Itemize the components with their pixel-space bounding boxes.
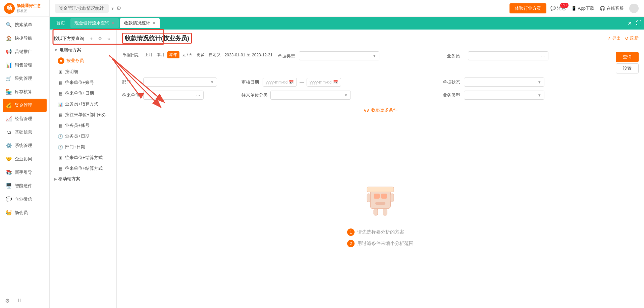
counterparty-cat-label: 往来单位分类 bbox=[241, 92, 268, 98]
tab-home[interactable]: 首页 bbox=[52, 17, 69, 30]
tab-cashflow[interactable]: 现金银行流水查询 ✕ bbox=[70, 18, 119, 28]
doc-type-select[interactable]: ▾ bbox=[299, 51, 379, 60]
system-icon: ⚙️ bbox=[5, 142, 12, 149]
messages-button[interactable]: 💬 消息 99+ bbox=[550, 5, 566, 11]
tree-item-unit-date[interactable]: ▦ 往来单位+日期 bbox=[50, 88, 116, 99]
sidebar-item-search[interactable]: 🔍 搜索菜单 bbox=[0, 18, 49, 32]
sidebar-collapse-btn[interactable]: ⏸ bbox=[15, 296, 24, 305]
dropdown-arrow-icon[interactable]: ▾ bbox=[111, 6, 114, 11]
tree-item-unit-settlement1[interactable]: ⊞ 往来单位+结算方式 bbox=[50, 152, 116, 163]
export-icon: ↗ bbox=[607, 36, 611, 41]
doc-type-chevron-icon: ▾ bbox=[373, 53, 376, 58]
online-service-button[interactable]: 🎧 在线客服 bbox=[600, 5, 624, 11]
sidebar-item-operations[interactable]: 📈 经营管理 bbox=[0, 112, 49, 125]
tab-receipts[interactable]: 收款情况统计 ✕ bbox=[120, 18, 160, 28]
counterparty-cat-select[interactable]: ▾ bbox=[270, 91, 351, 100]
audit-date-field: 审核日期 yyyy-mm-dd 📅 — yyyy-mm-dd 📅 bbox=[241, 78, 437, 87]
counterparty-cat-chevron-icon: ▾ bbox=[345, 93, 347, 98]
biz-type-select[interactable]: ▾ bbox=[464, 91, 544, 100]
logo-area: 畅 畅捷通好生意 标准版 bbox=[0, 0, 49, 17]
biz-type-label: 业务类型 bbox=[443, 92, 461, 98]
audit-date-from[interactable]: yyyy-mm-dd 📅 bbox=[263, 78, 297, 87]
tree-item-unit-dept-collect[interactable]: ▦ 按往来单位+部门+收... bbox=[50, 109, 116, 120]
sidebar-item-tutorial[interactable]: 📚 新手引导 bbox=[0, 166, 49, 179]
audit-date-to[interactable]: yyyy-mm-dd 📅 bbox=[307, 78, 341, 87]
shortcut-this-month[interactable]: 本月 bbox=[155, 51, 166, 58]
sidebar-settings-btn[interactable]: ⚙ bbox=[3, 296, 12, 305]
shortcut-more[interactable]: 更多 bbox=[195, 51, 206, 58]
hardware-icon: 🖥️ bbox=[5, 183, 12, 189]
shortcut-7days[interactable]: 近7天 bbox=[181, 51, 194, 58]
purchase-icon: 🛒 bbox=[5, 75, 12, 82]
collapse-bar[interactable]: ∧∧ 收起更多条件 bbox=[117, 104, 644, 116]
close-window-btn[interactable]: ✕ bbox=[628, 20, 632, 27]
panel-collapse-btn[interactable]: « bbox=[105, 35, 112, 42]
tree-group-desktop[interactable]: ▼ 电脑端方案 bbox=[50, 45, 116, 55]
sidebar-item-system[interactable]: ⚙️ 系统管理 bbox=[0, 139, 49, 152]
tree-item-salesman-account[interactable]: ▦ 业务员+账号 bbox=[50, 120, 116, 131]
export-button[interactable]: ↗ 导出 bbox=[607, 35, 621, 41]
panel-settings-btn[interactable]: ⚙ bbox=[96, 35, 104, 42]
expand-arrow-mobile-icon: ▶ bbox=[54, 176, 57, 182]
step-2-number: 2 bbox=[347, 240, 355, 247]
main-content: 资金管理/收款情况统计 ▾ ⚙ 体验行业方案 💬 消息 99+ 📱 App下载 … bbox=[50, 0, 644, 308]
tree-item-unit-account[interactable]: ▦ 往来单位+账号 bbox=[50, 77, 116, 88]
settings-button[interactable]: 设置 bbox=[616, 63, 639, 73]
sidebar-item-hardware[interactable]: 🖥️ 智能硬件 bbox=[0, 179, 49, 193]
tree-mobile: ▶ 移动端方案 bbox=[50, 174, 116, 184]
counterparty-select[interactable]: ··· bbox=[143, 91, 204, 100]
salesman-select[interactable]: ··· bbox=[468, 51, 548, 60]
sidebar-item-member[interactable]: 👑 畅会员 bbox=[0, 206, 49, 219]
dept-chevron-icon: ▾ bbox=[211, 80, 213, 85]
sidebar-item-purchase[interactable]: 🛒 采购管理 bbox=[0, 72, 49, 85]
tree-item-dept-date[interactable]: 🕐 部门+日期 bbox=[50, 142, 116, 152]
message-badge: 99+ bbox=[560, 3, 569, 8]
operations-icon: 📈 bbox=[5, 115, 12, 122]
empty-step-2: 2 用过滤条件来缩小分析范围 bbox=[347, 240, 414, 247]
topbar-gear-icon[interactable]: ⚙ bbox=[116, 5, 121, 11]
tree-item-salesman-date[interactable]: 🕐 业务员+日期 bbox=[50, 131, 116, 142]
search-icon: 🔍 bbox=[5, 21, 12, 28]
logo-text: 畅捷通好生意 标准版 bbox=[17, 3, 41, 13]
salesman-settlement-icon: 📊 bbox=[58, 101, 63, 107]
dept-select[interactable]: ▾ bbox=[143, 78, 217, 87]
tree-item-salesman-settlement[interactable]: 📊 业务员+结算方式 bbox=[50, 99, 116, 109]
marketing-icon: 📢 bbox=[5, 48, 12, 55]
dept-label: 部门 bbox=[122, 79, 141, 85]
content-area: 按以下方案查询 + ⚙ « ▼ 电脑端方案 按业务员 bbox=[50, 30, 644, 308]
counterparty-label: 往来单位 bbox=[122, 92, 141, 98]
shortcut-last-month[interactable]: 上月 bbox=[143, 51, 154, 58]
salesman-date-icon: 🕐 bbox=[58, 134, 63, 139]
app-download-button[interactable]: 📱 App下载 bbox=[571, 5, 594, 11]
sidebar-item-inventory[interactable]: 🏪 库存核算 bbox=[0, 85, 49, 99]
query-button[interactable]: 查询 bbox=[616, 52, 639, 62]
sidebar-item-enterprise[interactable]: 🤝 企业协同 bbox=[0, 152, 49, 166]
user-avatar[interactable] bbox=[629, 4, 639, 13]
tree-group-mobile[interactable]: ▶ 移动端方案 bbox=[50, 174, 116, 184]
tab-close-cashflow[interactable]: ✕ bbox=[111, 21, 115, 25]
shortcut-this-year[interactable]: 本年 bbox=[167, 51, 179, 58]
tree-item-salesman[interactable]: 按业务员 bbox=[50, 55, 116, 66]
tree-desktop: ▼ 电脑端方案 按业务员 ⊞ 按明细 ▦ 往来单位+账号 bbox=[50, 45, 116, 174]
salesman-chevron-icon: ··· bbox=[541, 53, 545, 58]
maximize-window-btn[interactable]: ⛶ bbox=[636, 20, 641, 26]
tree-item-unit-settlement2[interactable]: ▦ 往来单位+结算方式 bbox=[50, 163, 116, 174]
sidebar-item-marketing[interactable]: 📢 营销推广 bbox=[0, 45, 49, 58]
member-icon: 👑 bbox=[5, 209, 12, 216]
wechat-icon: 💬 bbox=[5, 196, 12, 203]
dept-date-icon: 🕐 bbox=[58, 144, 63, 150]
panel-add-btn[interactable]: + bbox=[88, 35, 95, 42]
sidebar-item-sales[interactable]: 📊 销售管理 bbox=[0, 58, 49, 72]
sidebar-item-finance[interactable]: 💰 资金管理 bbox=[3, 99, 47, 112]
sidebar-item-quicknav[interactable]: 🏠 快捷导航 bbox=[0, 32, 49, 45]
tree-item-detail[interactable]: ⊞ 按明细 bbox=[50, 66, 116, 77]
sidebar-bottom: ⚙ ⏸ bbox=[0, 293, 49, 308]
trial-button[interactable]: 体验行业方案 bbox=[509, 3, 546, 13]
sidebar-item-basicinfo[interactable]: 🗂 基础信息 bbox=[0, 125, 49, 139]
shortcut-custom[interactable]: 自定义 bbox=[207, 51, 222, 58]
sidebar-item-wechat[interactable]: 💬 企业微信 bbox=[0, 193, 49, 206]
doc-status-select[interactable]: ▾ bbox=[464, 78, 544, 87]
svg-rect-5 bbox=[367, 194, 370, 202]
refresh-button[interactable]: ↺ 刷新 bbox=[625, 35, 639, 41]
tab-close-receipts[interactable]: ✕ bbox=[152, 21, 156, 25]
